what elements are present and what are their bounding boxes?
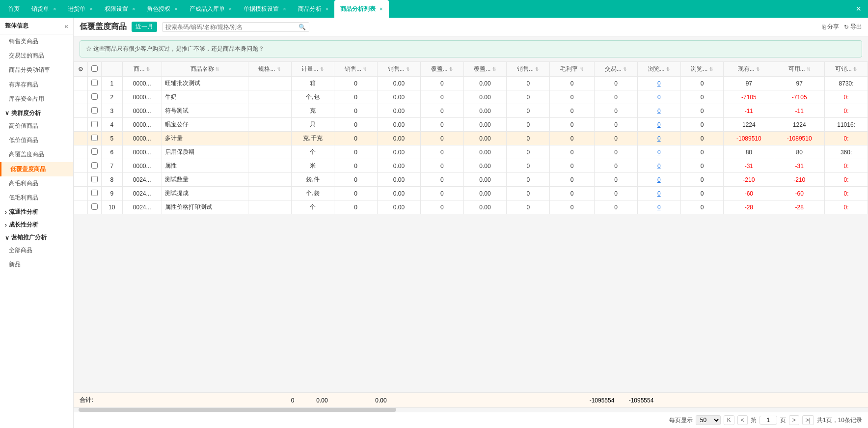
- cell-view1[interactable]: 0: [637, 187, 680, 200]
- column-settings[interactable]: ⚙: [74, 62, 88, 77]
- sidebar-item-new-products[interactable]: 新品: [0, 257, 73, 272]
- view-link[interactable]: 0: [657, 163, 661, 170]
- col-header-stock3[interactable]: 可销... ⇅: [825, 62, 868, 77]
- col-header-gross[interactable]: 毛利率 ⇅: [550, 62, 595, 77]
- col-header-stock2[interactable]: 可用... ⇅: [774, 62, 825, 77]
- share-button[interactable]: ⎗ 分享: [822, 23, 839, 31]
- cell-view1[interactable]: 0: [637, 118, 680, 132]
- sidebar-collapse-button[interactable]: «: [64, 22, 68, 30]
- view-link[interactable]: 0: [657, 190, 661, 197]
- cell-view1[interactable]: 0: [637, 159, 680, 173]
- sidebar-group-flow-analysis[interactable]: › 流通性分析: [0, 205, 73, 218]
- gear-icon[interactable]: ⚙: [78, 66, 83, 73]
- nav-close-sales[interactable]: ×: [53, 0, 56, 18]
- sidebar-group-marketing-analysis[interactable]: ∨ 营销推广分析: [0, 230, 73, 243]
- cell-checkbox[interactable]: [88, 118, 102, 132]
- nav-close-permission[interactable]: ×: [132, 0, 135, 18]
- sidebar-group-class-analysis[interactable]: ∨ 类群度分析: [0, 106, 73, 119]
- cell-checkbox[interactable]: [88, 187, 102, 200]
- cell-checkbox[interactable]: [88, 104, 102, 118]
- page-size-select[interactable]: 50 100 200: [696, 415, 721, 425]
- horizontal-scrollbar[interactable]: [74, 408, 868, 412]
- column-checkbox[interactable]: [88, 62, 102, 77]
- sidebar-item-category-rate[interactable]: 商品分类动销率: [0, 63, 73, 77]
- row-checkbox[interactable]: [91, 93, 98, 100]
- search-input[interactable]: [165, 24, 297, 30]
- row-checkbox[interactable]: [91, 107, 98, 114]
- next-page-button[interactable]: >: [789, 415, 799, 425]
- cell-checkbox[interactable]: [88, 77, 102, 90]
- sidebar-item-low-gross[interactable]: 低毛利商品: [0, 191, 73, 205]
- cell-view1[interactable]: 0: [637, 90, 680, 104]
- close-all-tabs-button[interactable]: ×: [851, 4, 866, 14]
- row-checkbox[interactable]: [91, 203, 98, 210]
- cell-checkbox[interactable]: [88, 159, 102, 173]
- sidebar-item-high-gross[interactable]: 高毛利商品: [0, 176, 73, 191]
- nav-close-production[interactable]: ×: [229, 0, 232, 18]
- nav-permission[interactable]: 权限设置 ×: [99, 0, 141, 18]
- cell-view1[interactable]: 0: [637, 200, 680, 214]
- row-checkbox[interactable]: [91, 80, 98, 86]
- row-checkbox[interactable]: [91, 190, 98, 196]
- nav-close-template[interactable]: ×: [283, 0, 286, 18]
- table-wrapper[interactable]: ⚙ 商... ⇅ 商品名称 ⇅: [74, 61, 868, 392]
- nav-sales[interactable]: 销货单 ×: [26, 0, 62, 18]
- sidebar-item-sales-products[interactable]: 销售类商品: [0, 34, 73, 49]
- scrollbar-thumb[interactable]: [79, 408, 396, 412]
- col-header-view2[interactable]: 浏览... ⇅: [680, 62, 724, 77]
- row-checkbox[interactable]: [91, 121, 98, 127]
- cell-view1[interactable]: 0: [637, 77, 680, 90]
- cell-checkbox[interactable]: [88, 173, 102, 187]
- cell-view1[interactable]: 0: [637, 132, 680, 145]
- col-header-sale-qty[interactable]: 销售... ⇅: [334, 62, 378, 77]
- col-header-cover1[interactable]: 覆盖... ⇅: [420, 62, 463, 77]
- sidebar-item-high-coverage[interactable]: 高覆盖度商品: [0, 147, 73, 162]
- nav-close-purchase[interactable]: ×: [89, 0, 92, 18]
- select-all-checkbox[interactable]: [91, 65, 98, 72]
- cell-view1[interactable]: 0: [637, 145, 680, 159]
- row-checkbox[interactable]: [91, 162, 98, 169]
- sidebar-item-low-coverage[interactable]: 低覆盖度商品: [0, 162, 73, 176]
- col-header-view1[interactable]: 浏览... ⇅: [637, 62, 680, 77]
- nav-home[interactable]: 首页: [2, 0, 26, 18]
- prev-page-button[interactable]: <: [737, 415, 748, 425]
- view-link[interactable]: 0: [657, 80, 661, 87]
- view-link[interactable]: 0: [657, 108, 661, 114]
- export-button[interactable]: ↻ 导出: [844, 23, 862, 31]
- first-page-button[interactable]: K: [724, 415, 734, 425]
- cell-checkbox[interactable]: [88, 145, 102, 159]
- nav-production[interactable]: 产成品入库单 ×: [184, 0, 238, 18]
- col-header-spec[interactable]: 规格... ⇅: [248, 62, 291, 77]
- view-link[interactable]: 0: [657, 176, 661, 183]
- time-filter-button[interactable]: 近一月: [132, 22, 157, 32]
- last-page-button[interactable]: >|: [802, 415, 814, 425]
- nav-analysis[interactable]: 商品分析 ×: [292, 0, 334, 18]
- col-header-code[interactable]: 商... ⇅: [122, 62, 162, 77]
- row-checkbox[interactable]: [91, 148, 98, 155]
- col-header-unit[interactable]: 计量... ⇅: [291, 62, 334, 77]
- sidebar-item-stock-products[interactable]: 有库存商品: [0, 78, 73, 92]
- sidebar-item-all-products[interactable]: 全部商品: [0, 243, 73, 257]
- nav-close-analysis-list[interactable]: ×: [380, 0, 382, 18]
- sidebar-item-capital[interactable]: 库存资金占用: [0, 92, 73, 106]
- nav-role[interactable]: 角色授权 ×: [141, 0, 183, 18]
- sidebar-item-low-value[interactable]: 低价值商品: [0, 133, 73, 147]
- row-checkbox[interactable]: [91, 176, 98, 182]
- view-link[interactable]: 0: [657, 121, 661, 128]
- cell-checkbox[interactable]: [88, 200, 102, 214]
- view-link[interactable]: 0: [657, 204, 661, 211]
- nav-template[interactable]: 单据模板设置 ×: [238, 0, 292, 18]
- view-link[interactable]: 0: [657, 94, 661, 101]
- sidebar-group-growth-analysis[interactable]: › 成长性分析: [0, 218, 73, 230]
- view-link[interactable]: 0: [657, 135, 661, 142]
- cell-view1[interactable]: 0: [637, 173, 680, 187]
- nav-close-role[interactable]: ×: [174, 0, 177, 18]
- cell-view1[interactable]: 0: [637, 104, 680, 118]
- cell-checkbox[interactable]: [88, 132, 102, 145]
- nav-purchase[interactable]: 进货单 ×: [62, 0, 98, 18]
- cell-checkbox[interactable]: [88, 90, 102, 104]
- page-number-input[interactable]: [760, 416, 777, 425]
- col-header-trade[interactable]: 交易... ⇅: [595, 62, 638, 77]
- view-link[interactable]: 0: [657, 149, 661, 156]
- col-header-stock1[interactable]: 现有... ⇅: [724, 62, 774, 77]
